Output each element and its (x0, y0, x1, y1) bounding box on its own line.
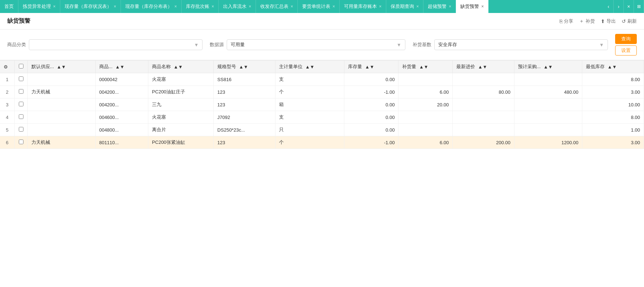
row-estimated-purchase (514, 73, 582, 86)
row-supplier (27, 111, 95, 124)
sort-product-code-icon: ▲▼ (115, 64, 125, 70)
query-button[interactable]: 查询 (615, 34, 637, 44)
tab-prev-btn[interactable]: ‹ (604, 0, 614, 13)
tab-next-btn[interactable]: › (614, 0, 624, 13)
row-supplier: 力天机械 (27, 136, 95, 149)
row-checkbox[interactable] (19, 140, 23, 144)
row-settings-cell: 3 (0, 98, 14, 111)
share-button[interactable]: ⎘ 分享 (560, 18, 573, 25)
row-min-stock: 3.00 (582, 136, 644, 149)
table-row: 4 004600... 火花塞 J7092 支 0.00 8.00 (0, 111, 644, 124)
tab-bar: 首页 拣货异常处理 × 现存量（库存状况表） × 现存量（库存分布表） × 库存… (0, 0, 644, 13)
tab-batch-account[interactable]: 库存批次账 × (182, 0, 219, 13)
tab-inout-flow[interactable]: 出入库流水 × (219, 0, 256, 13)
row-checkbox-cell[interactable] (14, 86, 27, 98)
close-tab-expiry-query[interactable]: × (416, 4, 419, 9)
row-stock: -1.00 (344, 86, 399, 98)
datasource-filter: 数据源 可用量 ▼ (210, 39, 405, 50)
tab-available-ledger[interactable]: 可用量库存账本 × (340, 0, 386, 13)
row-checkbox-cell[interactable] (14, 136, 27, 149)
replenish-basis-chevron-icon: ▼ (599, 42, 604, 48)
close-tab-inventory-dist[interactable]: × (174, 4, 177, 9)
close-tab-defect-proc[interactable]: × (53, 4, 56, 9)
tab-close-current-btn[interactable]: × (624, 0, 634, 13)
filter-bar: 商品分类 ▼ 数据源 可用量 ▼ 补货基数 安全库存 ▼ 查询 设置 (0, 30, 644, 60)
row-checkbox[interactable] (19, 76, 23, 81)
row-stock: -1.00 (344, 136, 399, 149)
replenish-button[interactable]: ＋ 补货 (579, 18, 595, 25)
row-latest-price: 80.00 (453, 86, 514, 98)
table-row: 6 力天机械 801110... PC200张紧油缸 123 个 -1.00 6… (0, 136, 644, 149)
datasource-select[interactable]: 可用量 ▼ (227, 39, 405, 50)
settings-button[interactable]: 设置 (615, 45, 637, 56)
col-stock[interactable]: 库存量 ▲▼ (344, 61, 399, 73)
close-tab-order-stat[interactable]: × (332, 4, 335, 9)
category-filter: 商品分类 ▼ (7, 39, 203, 50)
row-product-name: PC200张紧油缸 (148, 136, 214, 149)
refresh-button[interactable]: ↺ 刷新 (622, 18, 637, 25)
col-estimated-purchase[interactable]: 预计采购... ▲▼ (514, 61, 582, 73)
sort-supplier-icon: ▲▼ (57, 64, 66, 70)
header-actions: ⎘ 分享 ＋ 补货 ⬆ 导出 ↺ 刷新 (560, 18, 637, 25)
table-settings-icon[interactable]: ⚙ (4, 64, 8, 70)
close-tab-inout-flow[interactable]: × (249, 4, 251, 9)
tab-expiry-query[interactable]: 保质期查询 × (386, 0, 423, 13)
tab-overstock[interactable]: 超储预警 × (423, 0, 456, 13)
row-supplier (27, 73, 95, 86)
tab-defect-proc[interactable]: 拣货异常处理 × (18, 0, 60, 13)
row-checkbox-cell[interactable] (14, 98, 27, 111)
col-min-stock[interactable]: 最低库存 ▲▼ (582, 61, 644, 73)
tab-order-stat[interactable]: 要货单统计表 × (298, 0, 340, 13)
close-tab-shortage[interactable]: × (481, 4, 484, 9)
close-tab-receipt-summary[interactable]: × (291, 4, 293, 9)
row-latest-price (453, 111, 514, 124)
row-checkbox[interactable] (19, 114, 23, 119)
col-product-code[interactable]: 商品... ▲▼ (95, 61, 148, 73)
row-min-stock: 1.00 (582, 124, 644, 136)
tab-inventory-status[interactable]: 现存量（库存状况表） × (60, 0, 121, 13)
row-product-name: PC200油缸庄子 (148, 86, 214, 98)
select-all-checkbox[interactable] (19, 64, 23, 69)
row-checkbox-cell[interactable] (14, 124, 27, 136)
row-product-name: 离合片 (148, 124, 214, 136)
datasource-value: 可用量 (231, 41, 245, 48)
tab-receipt-summary[interactable]: 收发存汇总表 × (256, 0, 298, 13)
row-supplier (27, 98, 95, 111)
tab-shortage[interactable]: 缺货预警 × (456, 0, 488, 13)
col-latest-price[interactable]: 最新进价 ▲▼ (453, 61, 514, 73)
col-product-name[interactable]: 商品名称 ▲▼ (148, 61, 214, 73)
close-tab-overstock[interactable]: × (449, 4, 451, 9)
tab-inventory-dist[interactable]: 现存量（库存分布表） × (121, 0, 182, 13)
datasource-label: 数据源 (210, 41, 224, 48)
row-stock: 0.00 (344, 111, 399, 124)
table-row: 5 004800... 离合片 DS250*23c... 只 0.00 1.00 (0, 124, 644, 136)
row-checkbox[interactable] (19, 127, 23, 132)
col-replenish[interactable]: 补货量 ▲▼ (399, 61, 453, 73)
row-replenish (399, 124, 453, 136)
row-checkbox[interactable] (19, 102, 23, 106)
tab-home[interactable]: 首页 (0, 0, 18, 13)
export-button[interactable]: ⬆ 导出 (601, 18, 616, 25)
filter-actions: 查询 设置 (615, 34, 637, 56)
close-tab-inventory-status[interactable]: × (114, 4, 116, 9)
col-unit[interactable]: 主计量单位 ▲▼ (275, 61, 344, 73)
replenish-basis-select[interactable]: 安全库存 ▼ (434, 39, 608, 50)
row-unit: 个 (275, 86, 344, 98)
category-select[interactable]: ▼ (29, 39, 203, 50)
tab-close-all-btn[interactable]: ⊠ (634, 0, 644, 13)
close-tab-available-ledger[interactable]: × (379, 4, 382, 9)
col-supplier[interactable]: 默认供应... ▲▼ (27, 61, 95, 73)
row-checkbox-cell[interactable] (14, 111, 27, 124)
row-unit: 支 (275, 73, 344, 86)
row-min-stock: 8.00 (582, 73, 644, 86)
col-settings[interactable]: ⚙ (0, 61, 14, 73)
row-checkbox[interactable] (19, 89, 23, 94)
row-unit: 只 (275, 124, 344, 136)
close-tab-batch-account[interactable]: × (212, 4, 214, 9)
row-settings-cell: 5 (0, 124, 14, 136)
sort-replenish-icon: ▲▼ (419, 64, 428, 70)
col-checkbox (14, 61, 27, 73)
row-checkbox-cell[interactable] (14, 73, 27, 86)
col-spec[interactable]: 规格型号 ▲▼ (214, 61, 275, 73)
row-spec: SS816 (214, 73, 275, 86)
